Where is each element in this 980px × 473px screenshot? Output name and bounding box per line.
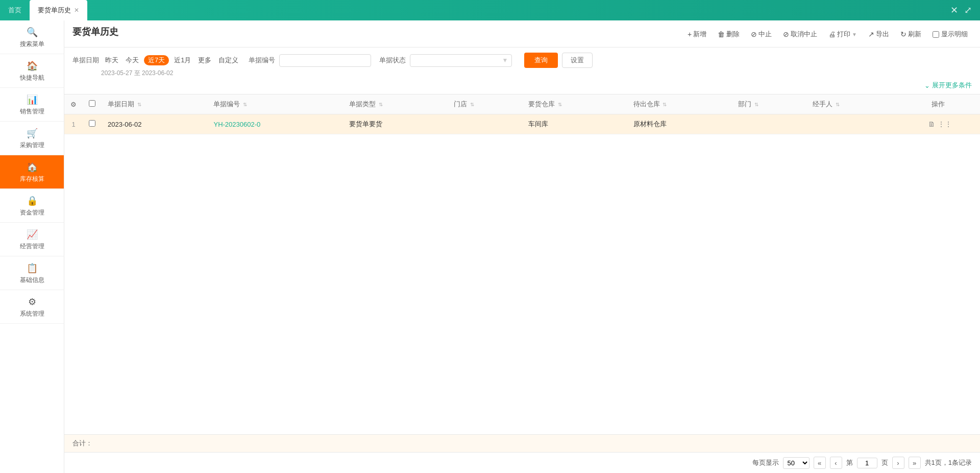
th-order-type-sort-icon: ⇅ xyxy=(379,102,383,107)
sidebar-item-inventory[interactable]: 🏠 库存核算 xyxy=(0,155,64,189)
prev-page-button[interactable]: ‹ xyxy=(830,457,842,469)
date-more[interactable]: 更多 xyxy=(196,55,213,65)
th-store[interactable]: 门店 ⇅ xyxy=(448,94,522,114)
tab-home-label: 首页 xyxy=(8,6,21,15)
row-order-type: 要货单要货 xyxy=(343,114,448,134)
sidebar-finance-label: 资金管理 xyxy=(20,208,44,217)
th-order-type-label: 单据类型 xyxy=(349,100,376,108)
per-page-select[interactable]: 50 100 xyxy=(783,457,810,469)
row-dept xyxy=(732,114,806,134)
first-page-button[interactable]: « xyxy=(814,457,826,469)
th-pending-warehouse[interactable]: 待出仓库 ⇅ xyxy=(627,94,732,114)
sidebar-basic-info-label: 基础信息 xyxy=(20,276,44,285)
sidebar-item-sales[interactable]: 📊 销售管理 xyxy=(0,88,64,122)
status-filter-group: 单据状态 ▼ xyxy=(379,54,512,67)
row-handler xyxy=(806,114,896,134)
row-pending-warehouse: 原材料仓库 xyxy=(627,114,732,134)
page-input[interactable] xyxy=(857,458,877,468)
print-dropdown-icon: ▼ xyxy=(852,32,857,37)
delete-label: 删除 xyxy=(726,30,740,39)
sales-icon: 📊 xyxy=(27,94,38,105)
sidebar-sales-label: 销售管理 xyxy=(20,107,44,116)
th-ops: 操作 xyxy=(896,94,980,114)
query-button[interactable]: 查询 xyxy=(524,53,558,68)
settings-button[interactable]: 设置 xyxy=(562,53,593,68)
show-detail-label: 显示明细 xyxy=(941,30,968,39)
th-ops-label: 操作 xyxy=(932,100,945,108)
row-checkbox-cell xyxy=(83,114,102,134)
sidebar-item-basic-info[interactable]: 📋 基础信息 xyxy=(0,256,64,290)
delete-button[interactable]: 🗑 删除 xyxy=(714,28,744,41)
row-ops: 🗎 ⋮⋮ xyxy=(896,114,980,134)
sidebar-system-label: 系统管理 xyxy=(20,310,44,318)
next-page-button[interactable]: › xyxy=(892,457,904,469)
new-button[interactable]: + 新增 xyxy=(683,28,710,41)
th-order-no-sort-icon: ⇅ xyxy=(243,102,247,107)
order-no-filter-group: 单据编号 xyxy=(249,54,371,67)
th-order-no[interactable]: 单据编号 ⇅ xyxy=(207,94,342,114)
th-handler[interactable]: 经手人 ⇅ xyxy=(806,94,896,114)
tab-order-history[interactable]: 要货单历史 ✕ xyxy=(30,0,87,20)
top-bar: 首页 要货单历史 ✕ ✕ ⤢ xyxy=(0,0,980,20)
content-area: 要货单历史 + 新增 🗑 删除 ⊘ 中止 ⊘ 取消中止 xyxy=(64,20,980,473)
date-custom[interactable]: 自定义 xyxy=(216,55,240,65)
refresh-label: 刷新 xyxy=(908,30,921,39)
system-icon: ⚙ xyxy=(28,296,36,308)
th-settings[interactable]: ⚙ xyxy=(64,94,83,114)
page-title: 要货单历史 xyxy=(72,26,118,38)
row-store xyxy=(448,114,522,134)
tab-home[interactable]: 首页 xyxy=(0,0,30,20)
sidebar-purchase-label: 采购管理 xyxy=(20,141,44,150)
stop-icon: ⊘ xyxy=(751,30,757,38)
row-order-no-link[interactable]: YH-20230602-0 xyxy=(213,121,260,128)
page-suffix: 页 xyxy=(881,458,888,467)
sidebar-item-quick-nav[interactable]: 🏠 快捷导航 xyxy=(0,54,64,88)
th-date-label: 单据日期 xyxy=(108,100,134,108)
order-no-label: 单据编号 xyxy=(249,56,275,65)
window-resize-icon[interactable]: ⤢ xyxy=(964,5,972,16)
date-1month[interactable]: 近1月 xyxy=(172,55,193,65)
status-select-wrapper: ▼ xyxy=(410,54,512,67)
show-detail-toggle[interactable]: 显示明细 xyxy=(928,28,972,41)
th-checkbox xyxy=(83,94,102,114)
print-label: 打印 xyxy=(837,30,850,39)
sidebar: 🔍 搜索菜单 🏠 快捷导航 📊 销售管理 🛒 采购管理 🏠 库存核算 🔒 资金管… xyxy=(0,20,64,473)
date-shortcuts: 昨天 今天 近7天 近1月 更多 自定义 xyxy=(103,55,240,65)
last-page-button[interactable]: » xyxy=(909,457,921,469)
column-settings-icon[interactable]: ⚙ xyxy=(70,101,77,108)
th-order-type[interactable]: 单据类型 ⇅ xyxy=(343,94,448,114)
cancel-stop-icon: ⊘ xyxy=(783,30,789,38)
order-no-input[interactable] xyxy=(279,54,371,67)
sidebar-item-search-menu[interactable]: 🔍 搜索菜单 xyxy=(0,20,64,54)
status-select[interactable] xyxy=(410,54,512,67)
date-today[interactable]: 今天 xyxy=(124,55,141,65)
operations-icon: 📈 xyxy=(27,229,38,240)
filter-action-buttons: 查询 设置 xyxy=(524,53,593,68)
pagination-bar: 每页显示 50 100 « ‹ 第 页 › » 共1页，1条记录 xyxy=(64,452,980,473)
row-view-button[interactable]: 🗎 xyxy=(926,119,937,130)
export-button[interactable]: ↗ 导出 xyxy=(864,28,893,41)
stop-button[interactable]: ⊘ 中止 xyxy=(747,28,776,41)
sidebar-item-operations[interactable]: 📈 经营管理 xyxy=(0,223,64,256)
show-detail-checkbox[interactable] xyxy=(933,31,939,38)
th-req-warehouse[interactable]: 要货仓库 ⇅ xyxy=(522,94,627,114)
row-more-button[interactable]: ⋮⋮ xyxy=(939,119,950,130)
window-close-icon[interactable]: ✕ xyxy=(950,5,958,16)
table-footer: 合计： xyxy=(64,434,980,452)
toolbar: + 新增 🗑 删除 ⊘ 中止 ⊘ 取消中止 🖨 打印 xyxy=(683,28,972,41)
th-date[interactable]: 单据日期 ⇅ xyxy=(102,94,207,114)
th-dept[interactable]: 部门 ⇅ xyxy=(732,94,806,114)
print-button[interactable]: 🖨 打印 ▼ xyxy=(824,28,861,41)
refresh-button[interactable]: ↻ 刷新 xyxy=(896,28,925,41)
select-all-checkbox[interactable] xyxy=(89,100,95,107)
sidebar-item-system[interactable]: ⚙ 系统管理 xyxy=(0,290,64,324)
date-7days[interactable]: 近7天 xyxy=(144,55,169,65)
tab-close-icon[interactable]: ✕ xyxy=(74,7,79,14)
cancel-stop-button[interactable]: ⊘ 取消中止 xyxy=(779,28,821,41)
date-yesterday[interactable]: 昨天 xyxy=(103,55,120,65)
row-checkbox[interactable] xyxy=(89,120,95,127)
sidebar-item-finance[interactable]: 🔒 资金管理 xyxy=(0,189,64,223)
expand-filter-button[interactable]: ⌄ 展开更多条件 xyxy=(924,81,972,90)
sidebar-item-purchase[interactable]: 🛒 采购管理 xyxy=(0,122,64,155)
main-layout: 🔍 搜索菜单 🏠 快捷导航 📊 销售管理 🛒 采购管理 🏠 库存核算 🔒 资金管… xyxy=(0,20,980,473)
